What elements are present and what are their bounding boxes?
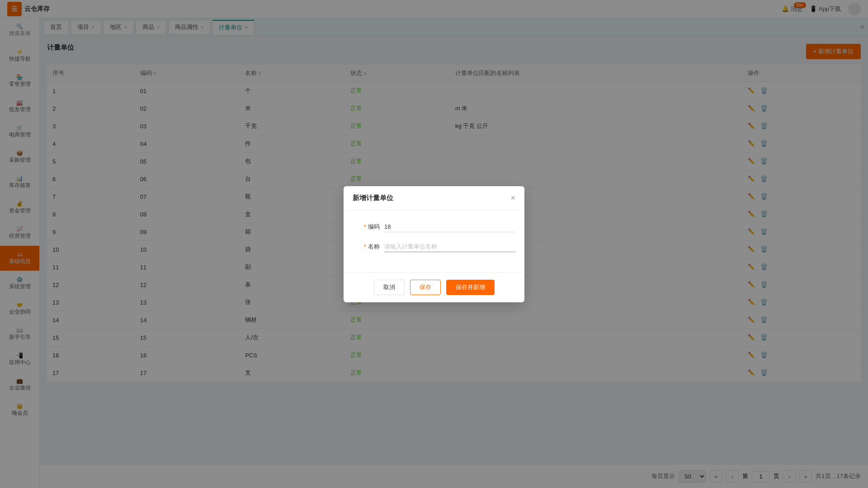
name-input[interactable] — [384, 241, 515, 252]
name-field-label: *名称 — [353, 243, 380, 251]
cancel-button[interactable]: 取消 — [374, 280, 405, 295]
add-unit-modal: 新增计量单位 × *编码 *名称 取消 保存 保存并新增 — [344, 186, 524, 302]
save-and-new-button[interactable]: 保存并新增 — [446, 280, 495, 295]
modal-title: 新增计量单位 — [353, 194, 393, 202]
name-required-mark: * — [364, 243, 366, 250]
modal-body: *编码 *名称 — [344, 211, 524, 272]
modal-close-button[interactable]: × — [510, 193, 515, 203]
code-input[interactable] — [384, 221, 515, 232]
modal-footer: 取消 保存 保存并新增 — [344, 272, 524, 302]
modal-header: 新增计量单位 × — [344, 186, 524, 211]
modal-overlay[interactable]: 新增计量单位 × *编码 *名称 取消 保存 保存并新增 — [0, 0, 868, 488]
code-field-label: *编码 — [353, 223, 380, 231]
code-required-mark: * — [364, 223, 366, 230]
save-button[interactable]: 保存 — [410, 280, 441, 295]
name-field-row: *名称 — [353, 241, 515, 252]
code-field-row: *编码 — [353, 221, 515, 232]
